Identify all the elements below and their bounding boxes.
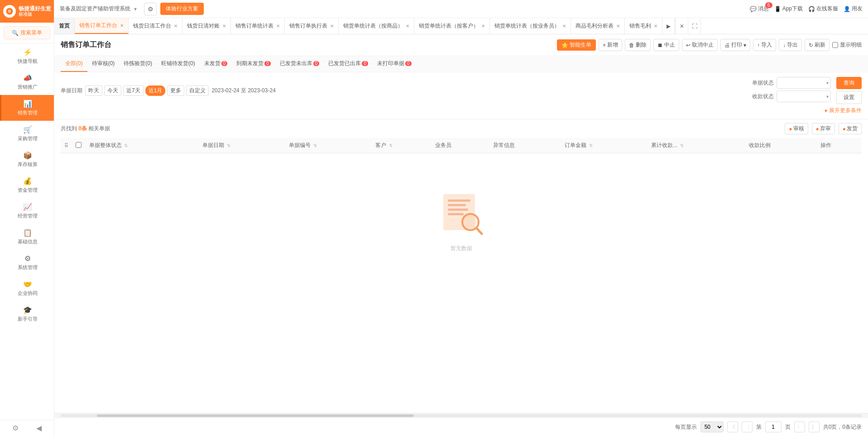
import-button[interactable]: ↑ 导入 <box>753 39 776 51</box>
tab-sales-stat-goods-close[interactable]: ✕ <box>406 24 409 28</box>
add-button[interactable]: + 新增 <box>599 39 622 51</box>
sidebar-item-operations[interactable]: 📈 经营管理 <box>0 198 54 224</box>
tab-sales-stat-close[interactable]: ✕ <box>276 24 280 28</box>
tab-sales-profit[interactable]: 销售毛利 ✕ <box>625 18 662 34</box>
filter-7days-btn[interactable]: 近7天 <box>123 85 144 96</box>
tabs-close-current[interactable]: ✕ <box>676 18 688 34</box>
filter-tab-shipped-out[interactable]: 已发货已出库0 <box>324 56 373 72</box>
sidebar-item-sales[interactable]: 📊 销售管理 <box>0 95 54 121</box>
tab-sales-exec-close[interactable]: ✕ <box>330 24 334 28</box>
filter-more-btn[interactable]: 更多 <box>167 85 184 96</box>
per-page-select[interactable]: 50 100 200 <box>700 422 724 432</box>
stop-button[interactable]: ⏹ 中止 <box>653 39 679 51</box>
sort-amount-icon[interactable]: ⇅ <box>589 143 593 148</box>
tab-goods-profit[interactable]: 商品毛利分析表 ✕ <box>571 18 625 34</box>
trial-button[interactable]: 体验行业方案 <box>160 3 204 15</box>
tab-sales-workbench-close[interactable]: ✕ <box>120 23 124 28</box>
print-button[interactable]: 🖨 打印 ▾ <box>720 39 750 51</box>
tab-sales-workbench[interactable]: 销售订单工作台 ✕ <box>75 18 129 34</box>
ship-button[interactable]: ● 发货 <box>839 123 862 134</box>
hscroll-thumb[interactable] <box>97 414 414 417</box>
select-all-checkbox[interactable] <box>76 142 82 148</box>
filter-today-btn[interactable]: 今天 <box>104 85 121 96</box>
topbar-user-button[interactable]: 👤 用友 <box>844 5 863 13</box>
filter-tab-not-printed[interactable]: 未打印单据0 <box>373 56 416 72</box>
main-area: 装备及固定资产辅助管理系统 ▾ ⚙ 体验行业方案 💬 消息 6 📱 App下载 … <box>54 0 868 436</box>
system-dropdown-icon[interactable]: ▾ <box>134 6 140 12</box>
cancel-stop-button[interactable]: ↩ 取消中止 <box>682 39 718 51</box>
sort-status-icon[interactable]: ⇅ <box>124 143 128 148</box>
review-button[interactable]: ● 审核 <box>785 123 808 134</box>
filter-tab-shipped-not-out[interactable]: 已发货未出库0 <box>275 56 324 72</box>
sidebar-item-guide[interactable]: 🎓 新手引导 <box>0 301 54 327</box>
tab-goods-profit-close[interactable]: ✕ <box>616 24 620 28</box>
filter-payment-select[interactable] <box>777 90 831 102</box>
expand-label: 展开更多条件 <box>829 107 862 114</box>
topbar-online-service-button[interactable]: 🎧 在线客服 <box>808 5 838 13</box>
filter-tab-pending-inspect[interactable]: 待拣验货(0) <box>119 56 157 72</box>
sidebar-collapse-button[interactable]: ◀ <box>36 424 42 432</box>
filter-query-button[interactable]: 查询 <box>836 77 862 89</box>
filter-tab-all[interactable]: 全部(0) <box>61 56 87 72</box>
filter-set-button[interactable]: 设置 <box>836 91 862 104</box>
tabs-more-button[interactable]: ▶ <box>662 18 675 34</box>
search-menu-button[interactable]: 🔍 搜索菜单 <box>4 26 50 39</box>
prev-page-button[interactable]: 〈 <box>742 422 753 432</box>
tab-money-clear-close[interactable]: ✕ <box>222 24 226 28</box>
tabs-fullscreen[interactable]: ⛶ <box>688 18 701 34</box>
tab-sales-stat-customer[interactable]: 销货单统计表（按客户） ✕ <box>414 18 490 34</box>
th-check[interactable] <box>72 138 86 153</box>
sidebar-item-purchase[interactable]: 🛒 采购管理 <box>0 121 54 147</box>
tab-sales-stat[interactable]: 销售订单统计表 ✕ <box>231 18 285 34</box>
filter-1month-btn[interactable]: 近1月 <box>145 85 166 96</box>
delete-button[interactable]: 🗑 删除 <box>625 39 651 51</box>
topbar-message-button[interactable]: 💬 消息 6 <box>750 5 769 13</box>
sort-collected-icon[interactable]: ⇅ <box>680 143 684 148</box>
next-page-button[interactable]: 〉 <box>794 422 805 432</box>
export-button[interactable]: ↓ 导出 <box>779 39 802 51</box>
sidebar-item-quick-nav[interactable]: ⚡ 快捷导航 <box>0 43 54 69</box>
last-page-button[interactable]: 》 <box>809 422 820 432</box>
hscroll-track[interactable] <box>61 414 862 417</box>
tab-sales-profit-close[interactable]: ✕ <box>654 24 657 28</box>
page-input[interactable] <box>765 422 782 432</box>
sort-customer-icon[interactable]: ⇅ <box>389 143 393 148</box>
filter-status-select[interactable] <box>777 77 831 89</box>
guide-label: 新手引导 <box>18 316 38 322</box>
show-detail-checkbox[interactable] <box>832 42 838 48</box>
refresh-button[interactable]: ↻ 刷新 <box>805 39 830 51</box>
first-page-button[interactable]: 《 <box>727 422 738 432</box>
tab-sales-stat-staff[interactable]: 销货单统计表（按业务员） ✕ <box>490 18 571 34</box>
topbar-app-download-button[interactable]: 📱 App下载 <box>774 5 803 13</box>
shipped-out-badge: 0 <box>362 61 368 66</box>
filter-yesterday-btn[interactable]: 昨天 <box>85 85 102 96</box>
filter-tab-expired[interactable]: 到期未发货0 <box>232 56 275 72</box>
tab-home[interactable]: 首页 <box>54 18 75 34</box>
filter-tab-wangpu[interactable]: 旺铺待发货(0) <box>157 56 200 72</box>
sidebar-item-cooperation[interactable]: 🤝 企业协同 <box>0 275 54 301</box>
tab-sales-stat-label: 销售订单统计表 <box>235 22 273 30</box>
sidebar-item-marketing[interactable]: 📣 营销推广 <box>0 69 54 95</box>
show-detail-label[interactable]: 显示明细 <box>832 41 862 49</box>
tab-money-clear[interactable]: 钱货日清对账 ✕ <box>182 18 231 34</box>
smart-gen-button[interactable]: ⭐ 智能生单 <box>557 39 596 51</box>
tab-money-daily-close[interactable]: ✕ <box>174 24 177 28</box>
filter-tab-not-shipped[interactable]: 未发货0 <box>200 56 232 72</box>
topbar-settings-button[interactable]: ⚙ <box>144 3 157 15</box>
sidebar-item-system[interactable]: ⚙ 系统管理 <box>0 250 54 275</box>
filter-custom-btn[interactable]: 自定义 <box>186 85 209 96</box>
tab-sales-stat-customer-close[interactable]: ✕ <box>481 24 485 28</box>
tab-sales-stat-staff-close[interactable]: ✕ <box>562 24 566 28</box>
sort-date-icon[interactable]: ⇅ <box>227 143 230 148</box>
sidebar-item-basic[interactable]: 📋 基础信息 <box>0 224 54 250</box>
sidebar-item-finance[interactable]: 💰 资金管理 <box>0 172 54 198</box>
tab-money-daily[interactable]: 钱货日清工作台 ✕ <box>129 18 182 34</box>
tab-sales-stat-goods[interactable]: 销货单统计表（按商品） ✕ <box>339 18 414 34</box>
sidebar-settings-button[interactable]: ⚙ <box>12 424 19 432</box>
cancel-review-button[interactable]: ● 弃审 <box>812 123 835 134</box>
filter-tab-pending-review[interactable]: 待审核(0) <box>87 56 120 72</box>
filter-expand-button[interactable]: ▾ 展开更多条件 <box>825 107 862 114</box>
tab-sales-exec[interactable]: 销售订单执行表 ✕ <box>285 18 339 34</box>
sidebar-item-inventory[interactable]: 📦 库存核算 <box>0 147 54 172</box>
sort-number-icon[interactable]: ⇅ <box>313 143 317 148</box>
